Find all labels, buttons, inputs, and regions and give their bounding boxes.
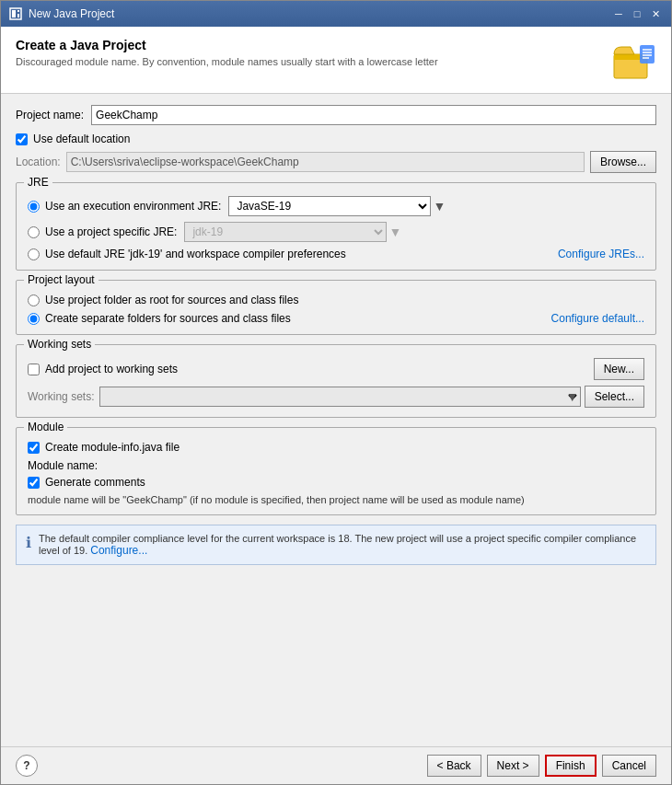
next-button[interactable]: Next > [487, 755, 539, 777]
jre-legend: JRE [24, 176, 52, 189]
info-bar: ℹ The default compiler compliance level … [16, 525, 656, 565]
project-name-label: Project name: [16, 109, 84, 121]
default-location-label: Use default location [33, 133, 130, 145]
project-layout-legend: Project layout [24, 273, 98, 286]
default-location-checkbox[interactable] [16, 133, 28, 145]
window-icon [8, 6, 23, 21]
create-module-info-row: Create module-info.java file [28, 441, 644, 454]
location-row: Location: Browse... [16, 151, 656, 173]
info-text: The default compiler compliance level fo… [39, 533, 646, 557]
generate-comments-row: Generate comments [28, 476, 644, 489]
working-sets-label: Working sets: [28, 390, 94, 403]
maximize-button[interactable]: □ [629, 6, 645, 22]
configure-jres-link[interactable]: Configure JREs... [558, 248, 644, 260]
module-group: Module Create module-info.java file Modu… [16, 427, 656, 515]
window-title: New Java Project [29, 7, 610, 20]
close-button[interactable]: ✕ [647, 6, 664, 22]
module-legend: Module [24, 421, 67, 433]
select-working-set-button[interactable]: Select... [585, 386, 644, 408]
create-module-info-checkbox[interactable] [28, 442, 40, 454]
jre-default-radio[interactable] [28, 248, 40, 260]
generate-comments-label: Generate comments [45, 476, 145, 489]
jre-specific-label: Use a project specific JRE: [45, 225, 177, 238]
jre-env-label: Use an execution environment JRE: [45, 200, 221, 213]
svg-rect-2 [17, 10, 19, 12]
location-label: Location: [16, 156, 61, 168]
window-controls: ─ □ ✕ [610, 6, 664, 22]
module-name-row: Module name: [28, 459, 644, 472]
configure-compliance-link[interactable]: Configure... [90, 544, 147, 557]
header-icon [612, 38, 656, 82]
generate-comments-checkbox[interactable] [28, 477, 40, 489]
svg-rect-6 [640, 45, 655, 63]
jre-env-select[interactable]: JavaSE-19 [228, 196, 431, 216]
layout-separate-radio[interactable] [28, 313, 40, 325]
project-name-row: Project name: [16, 105, 656, 125]
module-note: module name will be "GeekChamp" (if no m… [28, 494, 644, 505]
working-sets-legend: Working sets [24, 338, 95, 351]
layout-separate-label: Create separate folders for sources and … [45, 312, 291, 325]
window: New Java Project ─ □ ✕ Create a Java Pro… [0, 0, 672, 785]
header-text: Create a Java Project Discouraged module… [16, 38, 438, 67]
configure-default-link[interactable]: Configure default... [551, 312, 644, 325]
dialog-header: Create a Java Project Discouraged module… [1, 27, 671, 94]
svg-rect-3 [17, 14, 19, 17]
footer-buttons: < Back Next > Finish Cancel [427, 755, 656, 777]
jre-specific-select[interactable]: jdk-19 [184, 222, 387, 242]
working-sets-select[interactable] [99, 387, 580, 407]
minimize-button[interactable]: ─ [610, 6, 627, 22]
svg-rect-1 [12, 10, 16, 17]
jre-specific-radio[interactable] [28, 226, 40, 238]
create-module-info-label: Create module-info.java file [45, 441, 180, 454]
add-to-working-sets-checkbox[interactable] [28, 364, 40, 375]
layout-root-radio[interactable] [28, 294, 40, 306]
browse-button[interactable]: Browse... [590, 151, 656, 173]
info-icon: ℹ [26, 534, 31, 551]
dialog-subtitle: Discouraged module name. By convention, … [16, 56, 438, 67]
dialog-body: Project name: Use default location Locat… [1, 94, 671, 746]
help-button[interactable]: ? [16, 755, 38, 777]
project-name-input[interactable] [91, 105, 656, 125]
jre-default-label: Use default JRE 'jdk-19' and workspace c… [45, 248, 346, 260]
project-layout-group: Project layout Use project folder as roo… [16, 280, 656, 335]
back-button[interactable]: < Back [427, 755, 481, 777]
title-bar: New Java Project ─ □ ✕ [1, 1, 671, 27]
jre-env-radio[interactable] [28, 201, 40, 213]
dialog-footer: ? < Back Next > Finish Cancel [1, 746, 671, 784]
location-input [66, 152, 585, 172]
dialog-title: Create a Java Project [16, 38, 438, 52]
layout-root-label: Use project folder as root for sources a… [45, 294, 298, 306]
new-working-set-button[interactable]: New... [594, 358, 644, 380]
jre-group: JRE Use an execution environment JRE: Ja… [16, 182, 656, 271]
cancel-button[interactable]: Cancel [602, 755, 656, 777]
module-name-label: Module name: [28, 459, 98, 472]
finish-button[interactable]: Finish [545, 755, 597, 777]
add-to-working-sets-label: Add project to working sets [45, 363, 178, 375]
default-location-row: Use default location [16, 133, 656, 145]
working-sets-group: Working sets Add project to working sets… [16, 344, 656, 418]
